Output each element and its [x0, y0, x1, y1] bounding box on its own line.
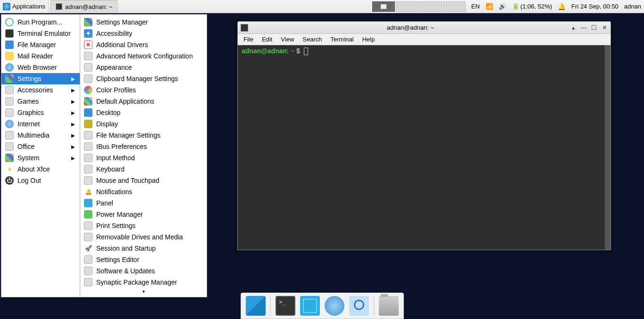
settings-item-input-method[interactable]: Input Method [80, 152, 207, 164]
menu-item-about-xfce[interactable]: ★About Xfce [1, 164, 80, 175]
menu-item-internet[interactable]: Internet▶ [1, 118, 80, 130]
ic-generic-icon [84, 176, 92, 185]
menu-item-graphics[interactable]: Graphics▶ [1, 107, 80, 118]
settings-item-label: Settings Editor [96, 256, 139, 263]
settings-item-settings-editor[interactable]: Settings Editor [80, 254, 207, 265]
dock-web-browser[interactable] [325, 296, 344, 316]
settings-item-power-manager[interactable]: Power Manager [80, 209, 207, 220]
keyboard-layout-indicator[interactable]: EN [471, 3, 480, 10]
submenu-arrow-icon: ▶ [71, 133, 75, 138]
submenu-arrow-icon: ▶ [71, 155, 75, 161]
terminal-menu-file[interactable]: File [243, 36, 253, 43]
settings-item-notifications[interactable]: 🔔Notifications [80, 186, 207, 197]
dock-terminal[interactable] [276, 296, 295, 316]
settings-item-label: Display [96, 120, 118, 128]
settings-item-label: Synaptic Package Manager [96, 278, 177, 286]
ic-color-icon [84, 86, 92, 94]
settings-item-label: Advanced Network Configuration [96, 52, 193, 60]
applications-label: Applications [12, 3, 45, 10]
workspace-2[interactable] [396, 1, 418, 12]
taskbar-terminal-button[interactable]: adnan@adnan: ~ [50, 0, 117, 13]
terminal-menu-edit[interactable]: Edit [262, 36, 272, 43]
menu-item-office[interactable]: Office▶ [1, 141, 80, 152]
window-controls: ▴ — ☐ ✕ [570, 24, 608, 31]
terminal-body[interactable]: adnan@adnan: ~ $ [238, 45, 611, 250]
applications-menu-button[interactable]: Applications [0, 0, 49, 13]
maximize-button[interactable]: ☐ [591, 24, 597, 31]
menu-item-log-out[interactable]: ⏻Log Out [1, 175, 80, 186]
settings-item-advanced-network-configuration[interactable]: Advanced Network Configuration [80, 50, 207, 62]
network-icon[interactable]: 📶 [485, 3, 493, 10]
menu-primary-column: Run Program...Terminal EmulatorFile Mana… [1, 14, 80, 297]
ic-generic-icon [84, 267, 92, 275]
settings-item-appearance[interactable]: Appearance [80, 62, 207, 73]
menu-item-run-program-[interactable]: Run Program... [1, 16, 80, 28]
dock-file-manager[interactable] [300, 296, 320, 316]
workspace-4[interactable] [443, 1, 466, 12]
menu-item-accessories[interactable]: Accessories▶ [1, 84, 80, 96]
settings-item-desktop[interactable]: Desktop [80, 107, 207, 118]
settings-item-label: Default Applications [96, 98, 154, 105]
terminal-title-text: adnan@adnan: ~ [251, 24, 570, 31]
settings-item-file-manager-settings[interactable]: File Manager Settings [80, 130, 207, 141]
notification-bell-icon[interactable]: 🔔 [558, 3, 566, 10]
menu-item-multimedia[interactable]: Multimedia▶ [1, 130, 80, 141]
menu-item-web-browser[interactable]: Web Browser [1, 62, 80, 73]
menu-item-file-manager[interactable]: File Manager [1, 39, 80, 50]
dock-show-desktop[interactable] [246, 296, 266, 316]
settings-item-removable-drives-and-media[interactable]: Removable Drives and Media [80, 231, 207, 243]
settings-item-additional-drivers[interactable]: ✖Additional Drivers [80, 39, 207, 50]
settings-item-label: Input Method [96, 154, 135, 162]
settings-item-color-profiles[interactable]: Color Profiles [80, 84, 207, 96]
settings-item-settings-manager[interactable]: Settings Manager [80, 16, 207, 28]
dock-app-finder[interactable] [349, 296, 369, 316]
battery-indicator[interactable]: 🔋 (1:06, 52%) [512, 3, 552, 10]
roll-up-button[interactable]: ▴ [570, 24, 577, 31]
settings-item-software-updates[interactable]: Software & Updates [80, 265, 207, 277]
workspace-3[interactable] [419, 1, 442, 12]
menu-item-label: Run Program... [17, 18, 62, 26]
terminal-menu-terminal[interactable]: Terminal [331, 36, 354, 43]
terminal-titlebar[interactable]: adnan@adnan: ~ ▴ — ☐ ✕ [238, 22, 611, 34]
settings-item-mouse-and-touchpad[interactable]: Mouse and Touchpad [80, 175, 207, 186]
terminal-menu-view[interactable]: View [281, 36, 294, 43]
settings-item-display[interactable]: Display [80, 118, 207, 130]
settings-item-panel[interactable]: Panel [80, 197, 207, 209]
workspace-1[interactable] [372, 1, 395, 12]
prompt-path: ~ [289, 47, 294, 55]
settings-item-default-applications[interactable]: Default Applications [80, 96, 207, 107]
minimize-button[interactable]: — [580, 24, 587, 31]
settings-item-accessibility[interactable]: ✦Accessibility [80, 28, 207, 39]
prompt-symbol: $ [294, 47, 302, 55]
terminal-icon [56, 3, 62, 10]
user-label[interactable]: adnan [624, 3, 641, 10]
settings-item-label: Software & Updates [96, 267, 155, 275]
settings-item-print-settings[interactable]: Print Settings [80, 220, 207, 231]
settings-item-clipboard-manager-settings[interactable]: Clipboard Manager Settings [80, 73, 207, 84]
submenu-scroll-down[interactable]: ▾ [80, 288, 207, 295]
menu-item-system[interactable]: System▶ [1, 152, 80, 164]
settings-item-keyboard[interactable]: Keyboard [80, 164, 207, 175]
volume-icon[interactable]: 🔊 [499, 3, 506, 10]
menu-item-label: Settings [17, 75, 42, 82]
dock-home-folder[interactable] [379, 296, 399, 316]
ic-rocket-icon: 🚀 [84, 244, 92, 253]
menu-item-terminal-emulator[interactable]: Terminal Emulator [1, 28, 80, 39]
submenu-arrow-icon: ▶ [71, 110, 75, 115]
workspace-switcher[interactable] [372, 1, 466, 12]
submenu-arrow-icon: ▶ [71, 99, 75, 104]
settings-item-session-and-startup[interactable]: 🚀Session and Startup [80, 243, 207, 254]
applications-menu: Run Program...Terminal EmulatorFile Mana… [1, 14, 207, 297]
terminal-menu-help[interactable]: Help [362, 36, 375, 43]
close-button[interactable]: ✕ [601, 24, 608, 31]
settings-item-synaptic-package-manager[interactable]: Synaptic Package Manager [80, 277, 207, 288]
settings-item-label: Additional Drivers [96, 41, 148, 49]
clock[interactable]: Fri 24 Sep, 00:50 [571, 3, 619, 10]
menu-item-mail-reader[interactable]: Mail Reader [1, 50, 80, 62]
menu-item-settings[interactable]: Settings▶ [1, 73, 80, 84]
terminal-scrollbar[interactable] [605, 45, 611, 250]
settings-item-ibus-preferences[interactable]: IBus Preferences [80, 141, 207, 152]
ic-mail-icon [5, 52, 14, 60]
terminal-menu-search[interactable]: Search [302, 36, 322, 43]
menu-item-games[interactable]: Games▶ [1, 96, 80, 107]
